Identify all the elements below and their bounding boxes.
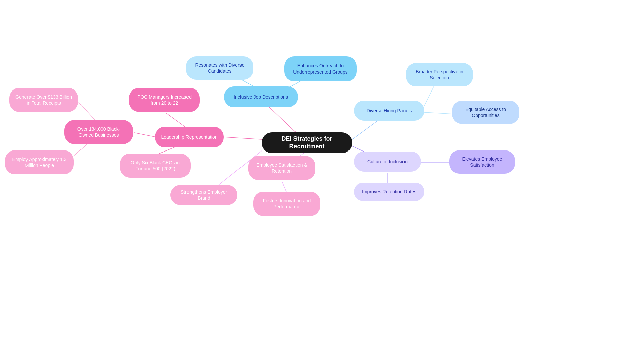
node-leadership-rep: Leadership Representation bbox=[155, 127, 224, 147]
svg-line-17 bbox=[134, 133, 156, 137]
node-employee-satisfaction: Employee Satisfaction & Retention bbox=[248, 156, 315, 180]
node-strengthens-brand: Strengthens Employer Brand bbox=[170, 185, 237, 205]
node-enhances-outreach: Enhances Outreach to Underrepresented Gr… bbox=[284, 56, 357, 81]
svg-line-9 bbox=[424, 112, 453, 114]
node-fosters-innovation: Fosters Innovation and Performance bbox=[253, 192, 320, 216]
node-elevates-satisfaction: Elevates Employee Satisfaction bbox=[449, 150, 515, 174]
node-poc-managers: POC Managers Increased from 20 to 22 bbox=[129, 88, 200, 112]
node-improves-retention: Improves Retention Rates bbox=[354, 183, 424, 201]
node-inclusive-job-desc: Inclusive Job Descriptions bbox=[224, 86, 298, 107]
node-generate-receipts: Generate Over $133 Billion in Total Rece… bbox=[9, 88, 78, 112]
node-resonates: Resonates with Diverse Candidates bbox=[186, 56, 253, 80]
node-diverse-hiring: Diverse Hiring Panels bbox=[354, 101, 424, 121]
node-employ-people: Employ Approximately 1.3 Million People bbox=[5, 150, 74, 174]
node-black-owned: Over 134,000 Black-Owned Businesses bbox=[64, 120, 133, 144]
node-culture-of-inclusion: Culture of Inclusion bbox=[354, 152, 421, 172]
svg-line-5 bbox=[225, 137, 262, 139]
center-node: DEI Strategies for Recruitment bbox=[262, 132, 352, 153]
svg-line-12 bbox=[282, 181, 287, 193]
node-equitable-access: Equitable Access to Opportunities bbox=[452, 101, 519, 124]
node-broader-perspective: Broader Perspective in Selection bbox=[406, 63, 473, 86]
node-only-six-ceos: Only Six Black CEOs in Fortune 500 (2022… bbox=[120, 154, 191, 178]
